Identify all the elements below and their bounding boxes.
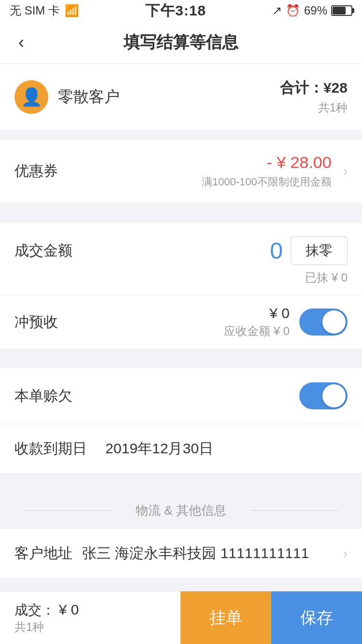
status-left: 无 SIM 卡 📶	[10, 3, 79, 18]
coupon-right: - ¥ 28.00 满1000-100不限制使用金额 ›	[202, 153, 348, 189]
debt-toggle[interactable]	[299, 382, 348, 409]
bottom-count: 共1种	[14, 619, 166, 635]
battery-icon	[331, 5, 352, 16]
coupon-row[interactable]: 优惠券 - ¥ 28.00 满1000-100不限制使用金额 ›	[0, 140, 362, 203]
coupon-amount: - ¥ 28.00	[202, 153, 332, 172]
bottom-trans-label: 成交：	[14, 602, 55, 617]
transaction-section: 成交金额 0 抹零 已抹 ¥ 0 冲预收 ¥ 0 应收金额 ¥ 0	[0, 223, 362, 349]
debt-label: 本单赊欠	[14, 386, 72, 406]
prepay-right: ¥ 0 应收金额 ¥ 0	[224, 305, 348, 339]
address-chevron: ›	[343, 546, 348, 561]
section-label-inner: 物流 & 其他信息	[0, 502, 362, 519]
trans-label: 成交金额	[14, 241, 72, 261]
divider-line-right	[251, 510, 337, 511]
avatar-icon: 👤	[21, 87, 42, 107]
toggle-knob	[322, 310, 346, 334]
duedate-row: 收款到期日 2019年12月30日	[0, 424, 362, 473]
nav-bar: ‹ 填写结算等信息	[0, 21, 362, 64]
wifi-icon: 📶	[65, 4, 79, 17]
status-time: 下午3:18	[145, 1, 206, 21]
address-value: 张三 海淀永丰科技园 11111111111	[82, 544, 339, 563]
alarm-icon: ⏰	[286, 4, 300, 17]
debt-toggle-knob	[322, 384, 346, 407]
prepay-amount: ¥ 0	[224, 305, 290, 322]
total-amount: 合计：¥28	[280, 78, 348, 98]
duedate-value: 2019年12月30日	[105, 440, 213, 456]
coupon-chevron: ›	[343, 164, 348, 179]
address-row[interactable]: 客户地址 张三 海淀永丰科技园 11111111111 ›	[0, 529, 362, 578]
back-button[interactable]: ‹	[14, 28, 29, 57]
prepay-amounts: ¥ 0 应收金额 ¥ 0	[224, 305, 290, 339]
address-label: 客户地址	[14, 544, 72, 563]
save-button[interactable]: 保存	[271, 591, 362, 644]
divider-3	[0, 483, 362, 492]
bottom-trans-row: 成交： ¥ 0	[14, 601, 166, 619]
logistics-label: 物流 & 其他信息	[136, 502, 226, 519]
bottom-bar: 成交： ¥ 0 共1种 挂单 保存	[0, 591, 362, 644]
page-title: 填写结算等信息	[124, 31, 238, 54]
round-button[interactable]: 抹零	[291, 236, 348, 265]
customer-total: 合计：¥28 共1种	[280, 78, 348, 115]
duedate-label: 收款到期日	[14, 440, 87, 456]
customer-info: 👤 零散客户	[14, 80, 120, 114]
bottom-info: 成交： ¥ 0 共1种	[0, 601, 181, 635]
coupon-values: - ¥ 28.00 满1000-100不限制使用金额	[202, 153, 332, 189]
no-sim-label: 无 SIM 卡	[10, 3, 60, 18]
battery-percent: 69%	[304, 4, 327, 17]
coupon-desc: 满1000-100不限制使用金额	[202, 175, 332, 189]
customer-name: 零散客户	[58, 86, 120, 108]
status-bar: 无 SIM 卡 📶 下午3:18 ↗ ⏰ 69%	[0, 0, 362, 21]
debt-row: 本单赊欠	[0, 368, 362, 424]
divider-2	[0, 358, 362, 368]
prepay-sub: 应收金额 ¥ 0	[224, 323, 290, 339]
hold-button[interactable]: 挂单	[181, 591, 271, 644]
prepay-toggle[interactable]	[299, 308, 348, 336]
trans-value: 0	[270, 238, 283, 264]
bottom-trans-amount: ¥ 0	[59, 602, 79, 617]
customer-row: 👤 零散客户 合计：¥28 共1种	[0, 64, 362, 130]
divider-1	[0, 213, 362, 223]
total-count: 共1种	[280, 100, 348, 115]
divider-line-left	[25, 510, 111, 511]
prepay-label: 冲预收	[14, 312, 58, 332]
trans-sub: 已抹 ¥ 0	[14, 270, 348, 295]
address-right: ›	[339, 546, 348, 561]
trans-right: 0 抹零	[270, 236, 348, 265]
location-icon: ↗	[272, 4, 282, 17]
debt-section: 本单赊欠 收款到期日 2019年12月30日	[0, 368, 362, 473]
coupon-section: 优惠券 - ¥ 28.00 满1000-100不限制使用金额 ›	[0, 140, 362, 203]
status-right: ↗ ⏰ 69%	[272, 4, 352, 17]
avatar: 👤	[14, 80, 48, 114]
trans-row: 成交金额 0 抹零 已抹 ¥ 0	[0, 223, 362, 295]
coupon-label: 优惠券	[14, 161, 58, 181]
trans-row-inner: 成交金额 0 抹零	[14, 236, 348, 270]
logistics-section-label: 物流 & 其他信息	[0, 492, 362, 529]
prepay-row: 冲预收 ¥ 0 应收金额 ¥ 0	[0, 295, 362, 349]
